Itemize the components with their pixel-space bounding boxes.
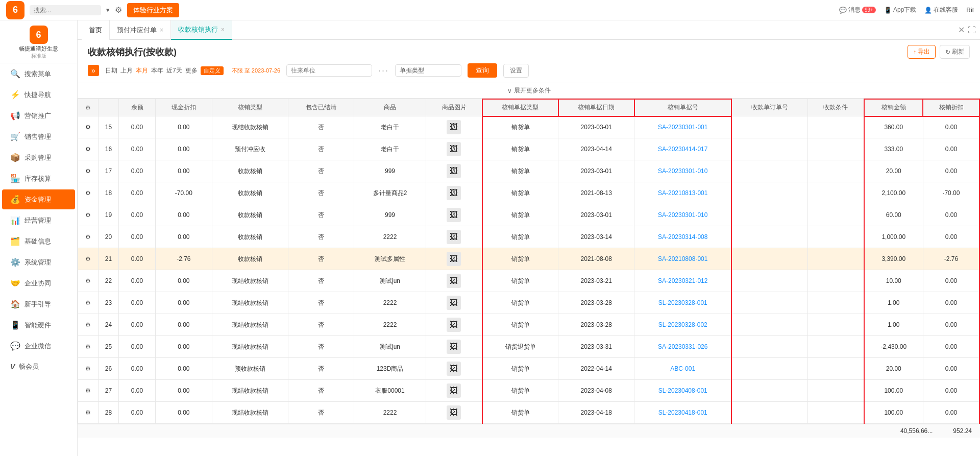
- row-gear[interactable]: ⚙: [78, 380, 99, 402]
- bill-no-link[interactable]: SL-20230418-001: [658, 409, 707, 416]
- export-button[interactable]: ↑ 导出: [908, 45, 936, 59]
- sidebar-item-finance[interactable]: 💰 资金管理: [2, 189, 75, 209]
- bill-no-link[interactable]: SL-20230328-002: [658, 321, 707, 328]
- bill-no-link[interactable]: SA-20210808-001: [658, 255, 707, 262]
- row-gear[interactable]: ⚙: [78, 226, 99, 248]
- main-layout: 6 畅捷通谱好生意 标准版 🔍 搜索菜单 ⚡ 快捷导航 📢 营销推广 🛒 销售管…: [0, 20, 980, 456]
- sidebar-label-sales: 销售管理: [24, 132, 51, 141]
- sidebar-item-operations[interactable]: 📊 经营管理: [2, 210, 75, 230]
- row-gear[interactable]: ⚙: [78, 116, 99, 138]
- date-this-year[interactable]: 本年: [151, 66, 163, 75]
- bill-no-link[interactable]: SL-20230408-001: [658, 387, 707, 394]
- source-unit-input[interactable]: [286, 64, 372, 77]
- bill-no-link[interactable]: SA-20210813-001: [658, 189, 707, 197]
- setting-button[interactable]: 设置: [503, 64, 529, 78]
- row-bill-no[interactable]: SA-20210808-001: [634, 248, 731, 270]
- tab-expand-icon[interactable]: ⛶: [968, 26, 976, 35]
- sidebar-item-enterprise[interactable]: 🤝 企业协同: [2, 273, 75, 293]
- sidebar-item-guide[interactable]: 🏠 新手引导: [2, 294, 75, 314]
- sidebar-item-hardware[interactable]: 📱 智能硬件: [2, 315, 75, 335]
- row-bill-no[interactable]: SL-20230328-001: [634, 292, 731, 314]
- app-download-link[interactable]: 📱 App下载: [884, 6, 916, 14]
- col-cash-discount: 现金折扣: [156, 99, 212, 116]
- online-service-link[interactable]: 👤 在线客服: [924, 6, 958, 14]
- date-this-month[interactable]: 本月: [136, 66, 148, 75]
- bill-no-link[interactable]: SA-20230314-008: [658, 233, 707, 241]
- table-area[interactable]: ⚙ 余额 现金折扣 核销类型 包含已结清 商品 商品图片 核销单据类型 核销单据…: [78, 99, 980, 456]
- query-button[interactable]: 查询: [468, 63, 497, 78]
- bill-no-link[interactable]: SL-20230328-001: [658, 299, 707, 306]
- sidebar-item-wechat[interactable]: 💬 企业微信: [2, 336, 75, 356]
- bill-type-select[interactable]: 单据类型: [395, 64, 461, 77]
- row-gear[interactable]: ⚙: [78, 248, 99, 270]
- row-balance: 0.00: [119, 248, 156, 270]
- tab-writeoff[interactable]: 收款核销执行 ×: [171, 20, 232, 40]
- refresh-button[interactable]: ↻ 刷新: [940, 45, 970, 59]
- row-bill-no[interactable]: SA-20230414-017: [634, 138, 731, 160]
- date-last-month[interactable]: 上月: [120, 66, 133, 75]
- finance-icon: 💰: [10, 195, 20, 204]
- bill-no-link[interactable]: ABC-001: [670, 365, 695, 372]
- sidebar-item-sales[interactable]: 🛒 销售管理: [2, 127, 75, 147]
- row-gear[interactable]: ⚙: [78, 336, 99, 358]
- row-gear[interactable]: ⚙: [78, 402, 99, 424]
- bill-no-link[interactable]: SA-20230301-001: [658, 124, 707, 131]
- message-link[interactable]: 💬 消息 99+: [839, 6, 876, 14]
- sidebar-item-search[interactable]: 🔍 搜索菜单: [2, 64, 75, 84]
- sidebar-item-system[interactable]: ⚙️ 系统管理: [2, 252, 75, 272]
- sidebar-item-base[interactable]: 🗂️ 基础信息: [2, 231, 75, 251]
- row-bill-no[interactable]: SA-20230301-010: [634, 160, 731, 182]
- row-goods-img: 🖼: [426, 270, 482, 292]
- row-bill-no[interactable]: SA-20230331-026: [634, 336, 731, 358]
- tab-prepay[interactable]: 预付冲应付单 ×: [110, 20, 171, 40]
- marketing-icon: 📢: [10, 111, 20, 121]
- date-more[interactable]: 更多: [185, 66, 198, 75]
- row-gear[interactable]: ⚙: [78, 292, 99, 314]
- row-bill-no[interactable]: SA-20230314-008: [634, 226, 731, 248]
- row-bill-no[interactable]: SL-20230418-001: [634, 402, 731, 424]
- row-bill-no[interactable]: SA-20230321-012: [634, 270, 731, 292]
- row-bill-no[interactable]: ABC-001: [634, 358, 731, 380]
- row-bill-no[interactable]: SA-20210813-001: [634, 182, 731, 204]
- sidebar-item-member[interactable]: V 畅会员: [2, 357, 75, 376]
- table-row: ⚙220.000.00现结收款核销否测试jun🖼销货单2023-03-21SA-…: [78, 270, 980, 292]
- data-table: ⚙ 余额 现金折扣 核销类型 包含已结清 商品 商品图片 核销单据类型 核销单据…: [78, 99, 980, 424]
- row-bill-no[interactable]: SL-20230328-002: [634, 314, 731, 336]
- row-goods: 123D商品: [354, 358, 426, 380]
- row-gear[interactable]: ⚙: [78, 204, 99, 226]
- tab-writeoff-close-icon[interactable]: ×: [221, 26, 225, 33]
- row-gear[interactable]: ⚙: [78, 270, 99, 292]
- row-gear[interactable]: ⚙: [78, 138, 99, 160]
- sidebar-item-purchase[interactable]: 📦 采购管理: [2, 148, 75, 167]
- bill-no-link[interactable]: SA-20230301-010: [658, 211, 707, 219]
- col-gear[interactable]: ⚙: [78, 99, 99, 116]
- row-gear[interactable]: ⚙: [78, 182, 99, 204]
- enterprise-icon: 🤝: [10, 278, 20, 288]
- row-goods: 999: [354, 204, 426, 226]
- dropdown-arrow[interactable]: ▾: [106, 6, 110, 14]
- user-name[interactable]: Rit: [966, 7, 974, 14]
- bill-no-link[interactable]: SA-20230321-012: [658, 277, 707, 284]
- row-gear[interactable]: ⚙: [78, 314, 99, 336]
- expand-conditions-bar[interactable]: ∨ 展开更多条件: [78, 83, 980, 99]
- settings-gear-icon[interactable]: ⚙: [115, 5, 122, 15]
- tab-prepay-close-icon[interactable]: ×: [160, 27, 163, 34]
- sidebar-item-inventory[interactable]: 🏪 库存核算: [2, 169, 75, 188]
- date-7days[interactable]: 近7天: [166, 66, 182, 75]
- filter-expand-button[interactable]: »: [88, 65, 99, 76]
- row-bill-no[interactable]: SL-20230408-001: [634, 380, 731, 402]
- row-bill-no[interactable]: SA-20230301-001: [634, 116, 731, 138]
- sidebar-item-marketing[interactable]: 📢 营销推广: [2, 106, 75, 126]
- bill-no-link[interactable]: SA-20230331-026: [658, 343, 707, 350]
- sidebar-item-shortcut[interactable]: ⚡ 快捷导航: [2, 85, 75, 105]
- bill-no-link[interactable]: SA-20230414-017: [658, 146, 707, 153]
- tab-close-icon[interactable]: ✕: [958, 25, 965, 35]
- row-gear[interactable]: ⚙: [78, 160, 99, 182]
- row-bill-no[interactable]: SA-20230301-010: [634, 204, 731, 226]
- row-gear[interactable]: ⚙: [78, 358, 99, 380]
- tab-home[interactable]: 首页: [82, 20, 110, 40]
- top-search-input[interactable]: [30, 5, 101, 15]
- date-custom[interactable]: 自定义: [201, 66, 224, 75]
- bill-no-link[interactable]: SA-20230301-010: [658, 167, 707, 175]
- industry-solution-button[interactable]: 体验行业方案: [127, 3, 179, 17]
